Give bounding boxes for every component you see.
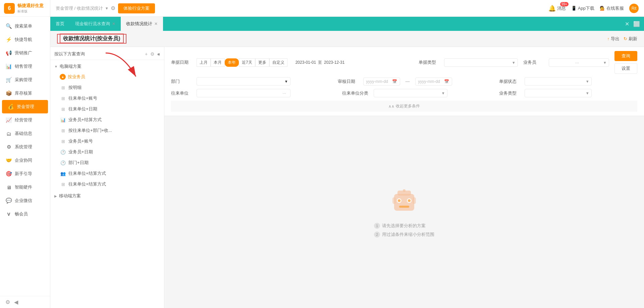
search-icon: 🔍 (5, 23, 12, 30)
sidebar-item-marketing[interactable]: 📢 营销推广 (0, 46, 50, 60)
message-badge[interactable]: 🔔 消息 99+ (548, 5, 566, 12)
calendar-icon-2: 📅 (444, 79, 449, 84)
system-icon: ⚙ (5, 144, 12, 150)
sidebar: 6 畅捷通好生意 标准版 🔍 搜索菜单 ⚡ 快捷导航 📢 营销推广 📊 销售管理… (0, 0, 50, 308)
scheme-salesman-account[interactable]: ⊞ 业务员+账号 (50, 136, 164, 147)
step-num-2: 2 (374, 232, 380, 238)
sidebar-item-operation[interactable]: 📈 经营管理 (0, 113, 50, 127)
scheme-by-detail[interactable]: ⊞ 按明细 (50, 82, 164, 93)
shortcut-last-month[interactable]: 上月 (197, 58, 211, 67)
audit-date-from[interactable]: yyyy-mm-dd 📅 (363, 78, 400, 86)
collapse-sidebar-icon[interactable]: ◀ (14, 299, 18, 305)
collapse-icon: ∧∧ (388, 104, 394, 109)
shortcut-this-month[interactable]: 本月 (211, 58, 225, 67)
doc-status-select[interactable]: ▾ (525, 77, 592, 86)
tab-bank-close[interactable]: ✕ (112, 21, 115, 26)
settings-bottom-icon[interactable]: ⚙ (5, 299, 10, 305)
partner-type-label: 往来单位分类 (342, 90, 368, 96)
scheme-partner-account[interactable]: ⊞ 往来单位+账号 (50, 93, 164, 104)
partner-more-icon: ··· (282, 91, 286, 96)
people-icon: 👥 (60, 171, 66, 176)
desktop-group-title[interactable]: ▼ 电脑端方案 (50, 61, 164, 71)
scheme-salesman-date[interactable]: 🕐 业务员+日期 (50, 147, 164, 157)
sidebar-item-finance[interactable]: 💰 资金管理 (2, 100, 48, 113)
biz-type-select[interactable]: ▾ (525, 89, 592, 97)
audit-date-to[interactable]: yyyy-mm-dd 📅 (415, 78, 452, 86)
refresh-icon: ↻ (624, 36, 627, 41)
header-right: 🔔 消息 99+ 📱 App下载 💁 在线客服 Rit (548, 4, 639, 13)
header-settings-icon[interactable]: ⚙ (111, 5, 115, 11)
doc-type-select[interactable]: ▾ (444, 58, 518, 67)
date-separator: — (406, 79, 410, 84)
scheme-partner-date[interactable]: ⊞ 往来单位+日期 (50, 104, 164, 114)
partner-label: 往来单位 (171, 90, 191, 96)
shortcut-7days[interactable]: 近7天 (239, 58, 255, 67)
partner-select[interactable]: ··· (197, 89, 290, 97)
export-button[interactable]: ↑ 导出 (607, 36, 620, 42)
shortcut-custom[interactable]: 自定义 (269, 58, 287, 67)
query-button[interactable]: 查询 (614, 51, 637, 61)
grid-icon-6: ⊞ (60, 182, 66, 187)
scheme-salesman-payment[interactable]: 📊 业务员+结算方式 (50, 114, 164, 125)
app-logo: 6 畅捷通好生意 标准版 (0, 0, 50, 17)
scheme-partner-dept-recv[interactable]: ⊞ 按往来单位+部门+收... (50, 125, 164, 136)
user-avatar[interactable]: Rit (629, 4, 639, 13)
sidebar-item-enterprise[interactable]: 🤝 企业协同 (0, 154, 50, 167)
mobile-group-title[interactable]: ▶ 移动端方案 (50, 191, 164, 201)
grid-icon-5: ⊞ (60, 139, 66, 144)
add-scheme-icon[interactable]: + (145, 51, 148, 57)
tab-bank[interactable]: 现金银行流水查询 ✕ (70, 17, 121, 31)
sidebar-item-search[interactable]: 🔍 搜索菜单 (0, 19, 50, 33)
scheme-settings-icon[interactable]: ⚙ (150, 51, 155, 57)
sidebar-item-system[interactable]: ⚙ 系统管理 (0, 140, 50, 154)
scheme-by-salesman[interactable]: ● 按业务员 (50, 71, 164, 82)
guide-icon: 🎯 (5, 170, 12, 177)
doc-status-label: 单据状态 (499, 79, 519, 85)
content-wrapper: 按以下方案查询 + ⚙ « ▼ 电脑端方案 ● 按业务员 (50, 47, 644, 308)
partner-type-select[interactable]: ▾ (374, 89, 447, 97)
salesman-dropdown-icon: ▾ (604, 60, 606, 65)
scheme-partner-payment1[interactable]: 👥 往来单位+结算方式 (50, 168, 164, 179)
message-count: 99+ (560, 2, 569, 6)
salesman-select[interactable]: ··· ▾ (549, 58, 609, 67)
trial-button[interactable]: 体验行业方案 (118, 3, 155, 13)
online-service-btn[interactable]: 💁 在线客服 (600, 5, 624, 11)
breadcrumb-dropdown-icon[interactable]: ▾ (106, 6, 108, 11)
sidebar-item-wechat[interactable]: 💬 企业微信 (0, 194, 50, 207)
clock-icon-1: 🕐 (60, 150, 66, 155)
active-indicator: ● (60, 74, 66, 80)
svg-rect-7 (399, 206, 409, 208)
salesman-label: 业务员 (523, 59, 543, 65)
shortcut-more[interactable]: 更多 (255, 58, 269, 67)
sidebar-bottom: ⚙ ◀ (0, 296, 50, 308)
sidebar-item-guide[interactable]: 🎯 新手引导 (0, 167, 50, 181)
refresh-button[interactable]: ↻ 刷新 (624, 36, 637, 42)
tab-close-all-icon[interactable]: ✕ (625, 21, 629, 27)
settings-button[interactable]: 设置 (614, 63, 637, 74)
tab-maximize-icon[interactable]: ⬜ (633, 21, 640, 27)
main-content: 资金管理 / 收款情况统计 ▾ ⚙ 体验行业方案 🔔 消息 99+ 📱 App下… (50, 0, 644, 308)
step-num-1: 1 (374, 223, 380, 229)
dept-select[interactable]: ▾ (197, 77, 290, 86)
grid-icon-2: ⊞ (60, 96, 66, 101)
doc-type-label: 单据类型 (419, 59, 439, 65)
svg-point-2 (403, 189, 406, 192)
collapse-panel-icon[interactable]: « (157, 51, 160, 57)
sidebar-item-sales[interactable]: 📊 销售管理 (0, 60, 50, 73)
shortcut-this-year[interactable]: 本年 (225, 58, 239, 67)
sidebar-item-purchase[interactable]: 🛒 采购管理 (0, 73, 50, 87)
scheme-partner-payment2[interactable]: ⊞ 往来单位+结算方式 (50, 179, 164, 190)
app-download-btn[interactable]: 📱 App下载 (571, 5, 594, 11)
scheme-dept-date[interactable]: 🕐 部门+日期 (50, 157, 164, 168)
sidebar-item-quicknav[interactable]: ⚡ 快捷导航 (0, 33, 50, 46)
sidebar-item-basic[interactable]: 🗂 基础信息 (0, 127, 50, 140)
sidebar-item-inventory[interactable]: 📦 库存核算 (0, 87, 50, 100)
collapse-bar[interactable]: ∧∧ 收起更多条件 (171, 101, 637, 112)
sidebar-item-member[interactable]: V 畅会员 (0, 207, 50, 221)
svg-point-6 (408, 199, 411, 202)
tab-home[interactable]: 首页 (50, 17, 70, 31)
tab-receipts-close[interactable]: ✕ (154, 21, 158, 26)
tab-receipts[interactable]: 收款情况统计 ✕ (121, 17, 163, 31)
biz-type-dropdown-icon: ▾ (586, 91, 589, 96)
sidebar-item-hardware[interactable]: 🖥 智能硬件 (0, 181, 50, 194)
